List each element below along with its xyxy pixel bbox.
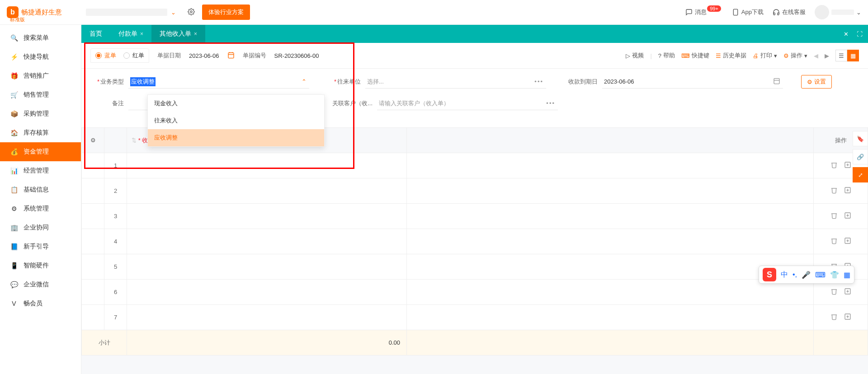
sidebar-icon: 🏢 <box>10 224 18 232</box>
sidebar-item[interactable]: 📱智能硬件 <box>0 256 81 275</box>
rail-attach-icon[interactable]: 🔖 <box>853 131 868 146</box>
sidebar-label: 企业协同 <box>24 224 49 232</box>
delete-row-icon[interactable] <box>830 288 838 296</box>
svg-point-0 <box>190 11 192 13</box>
sidebar-item[interactable]: 📘新手引导 <box>0 237 81 256</box>
sidebar-icon: 💬 <box>10 280 18 289</box>
rail-expand-icon[interactable]: ⤢ <box>853 167 868 182</box>
history-link[interactable]: ☰历史单据 <box>716 51 746 60</box>
sidebar-item[interactable]: 🎁营销推广 <box>0 66 81 85</box>
ime-lang[interactable]: 中 <box>781 270 788 280</box>
table-row[interactable]: 5 <box>82 254 868 280</box>
table-row[interactable]: 3 <box>82 204 868 229</box>
add-row-icon[interactable] <box>844 212 851 220</box>
radio-red[interactable]: 红单 <box>123 51 144 60</box>
dropdown-item[interactable]: 往来收入 <box>148 112 324 129</box>
ime-keyboard-icon[interactable]: ⌨ <box>815 271 826 279</box>
sidebar-item[interactable]: 📋基础信息 <box>0 180 81 199</box>
sidebar-item[interactable]: V畅会员 <box>0 294 81 313</box>
due-date-input[interactable]: 2023-06-06 <box>602 75 783 89</box>
svg-rect-3 <box>228 52 234 58</box>
prev-icon[interactable]: ◀ <box>814 52 818 59</box>
toolbar-right: ▷视频 | ?帮助 ⌨快捷键 ☰历史单据 🖨打印▾ ⚙操作▾ ◀ ▶ ☰ ▦ <box>626 50 859 61</box>
sidebar-item[interactable]: 📦采购管理 <box>0 104 81 123</box>
operate-link[interactable]: ⚙操作▾ <box>783 51 807 60</box>
ime-grid-icon[interactable]: ▦ <box>844 271 850 279</box>
biz-type-dropdown[interactable]: 现金收入往来收入应收调整 <box>147 94 325 147</box>
online-service-link[interactable]: 在线客服 <box>773 8 806 16</box>
sidebar-icon: ⚡ <box>10 53 18 61</box>
sidebar-item[interactable]: 🔍搜索菜单 <box>0 28 81 47</box>
org-selector[interactable]: ⌄ <box>81 7 180 18</box>
sidebar-item[interactable]: 🛒销售管理 <box>0 85 81 104</box>
message-icon <box>685 9 693 16</box>
sidebar-icon: 🔍 <box>10 34 18 42</box>
table-row[interactable]: 1 <box>82 153 868 178</box>
dropdown-item[interactable]: 现金收入 <box>148 95 324 112</box>
tab[interactable]: 首页 <box>81 25 110 43</box>
tab-close-icon[interactable]: × <box>140 31 143 37</box>
sidebar-item[interactable]: 📊经营管理 <box>0 161 81 180</box>
related-customer-input[interactable]: 请输入关联客户（收入单） ••• <box>377 97 558 110</box>
tab-close-icon[interactable]: × <box>194 31 197 37</box>
header-middle: ⌄ 体验行业方案 <box>81 5 685 20</box>
shortcut-link[interactable]: ⌨快捷键 <box>681 51 709 60</box>
sidebar-item[interactable]: 🏠库存核算 <box>0 123 81 142</box>
delete-row-icon[interactable] <box>830 237 838 246</box>
partner-select[interactable]: 选择... ••• <box>365 75 546 89</box>
view-card-icon[interactable]: ▦ <box>847 50 859 61</box>
delete-row-icon[interactable] <box>830 187 838 195</box>
sidebar-item[interactable]: 🏢企业协同 <box>0 218 81 237</box>
table-config-icon[interactable]: ⚙ <box>82 128 104 153</box>
ime-mic-icon[interactable]: 🎤 <box>802 271 811 279</box>
gear-icon[interactable] <box>186 6 197 19</box>
radio-blue[interactable]: 蓝单 <box>95 51 116 60</box>
sidebar-item[interactable]: ⚡快捷导航 <box>0 47 81 66</box>
tabbar-actions: ✕ ⛶ <box>842 25 864 43</box>
ime-punct-icon[interactable]: •, <box>793 271 797 279</box>
sidebar-label: 畅会员 <box>24 299 42 308</box>
table-row[interactable]: 2 <box>82 178 868 204</box>
help-link[interactable]: ?帮助 <box>658 51 675 60</box>
calendar-icon[interactable] <box>227 51 235 60</box>
messages-link[interactable]: 消息 99+ <box>685 8 723 16</box>
svg-rect-7 <box>774 79 779 84</box>
settings-button[interactable]: ⚙ 设置 <box>801 75 832 89</box>
add-row-icon[interactable] <box>844 237 851 246</box>
print-link[interactable]: 🖨打印▾ <box>753 51 777 60</box>
ime-skin-icon[interactable]: 👕 <box>830 271 839 279</box>
delete-row-icon[interactable] <box>830 313 838 322</box>
tab[interactable]: 付款单× <box>110 25 151 43</box>
tab[interactable]: 其他收入单× <box>151 25 205 43</box>
add-row-icon[interactable] <box>844 187 851 195</box>
video-link[interactable]: ▷视频 <box>626 51 644 60</box>
biz-type-field: *业务类型 应收调整 ⌃ <box>90 75 309 89</box>
add-row-icon[interactable] <box>844 288 851 296</box>
ime-toolbar[interactable]: S 中 •, 🎤 ⌨ 👕 ▦ <box>759 266 854 284</box>
user-menu[interactable]: ⌄ <box>815 5 861 19</box>
row-number: 7 <box>104 305 127 330</box>
sidebar-item[interactable]: 💬企业微信 <box>0 275 81 294</box>
experience-button[interactable]: 体验行业方案 <box>202 5 250 20</box>
sidebar-label: 快捷导航 <box>24 53 49 61</box>
dropdown-item[interactable]: 应收调整 <box>148 129 324 146</box>
biz-type-select[interactable]: 应收调整 ⌃ <box>128 75 309 89</box>
sidebar-item[interactable]: 💰资金管理 <box>0 142 81 161</box>
add-row-icon[interactable] <box>844 313 851 322</box>
add-row-icon[interactable] <box>844 161 851 170</box>
table-row[interactable]: 4 <box>82 229 868 254</box>
table-row[interactable]: 6 <box>82 280 868 305</box>
doc-date-value[interactable]: 2023-06-06 <box>189 52 219 59</box>
content-area: 蓝单 红单 单据日期 2023-06-06 单据编号 SR-20230606-0… <box>81 43 868 374</box>
sidebar-item[interactable]: ⚙系统管理 <box>0 199 81 218</box>
expand-icon[interactable]: ⛶ <box>855 29 864 39</box>
rail-link-icon[interactable]: 🔗 <box>853 149 868 164</box>
app-download-link[interactable]: App下载 <box>732 8 764 16</box>
delete-row-icon[interactable] <box>830 212 838 220</box>
delete-row-icon[interactable] <box>830 161 838 170</box>
next-icon[interactable]: ▶ <box>825 52 829 59</box>
close-all-icon[interactable]: ✕ <box>842 29 850 39</box>
view-list-icon[interactable]: ☰ <box>835 50 847 61</box>
table-row[interactable]: 7 <box>82 305 868 330</box>
sidebar-icon: 📦 <box>10 110 18 118</box>
